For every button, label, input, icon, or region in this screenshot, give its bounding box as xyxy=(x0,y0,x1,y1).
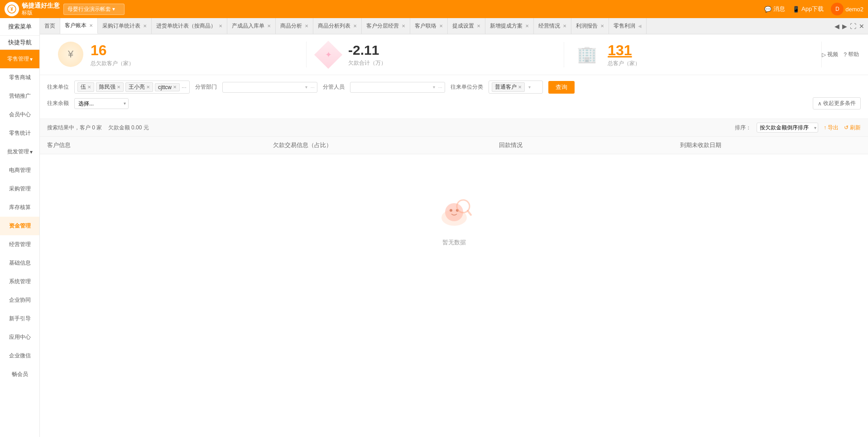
sidebar-item-finance[interactable]: 资金管理 xyxy=(0,217,39,235)
filter-tag-cjttcw[interactable]: cjttcw ✕ xyxy=(155,83,180,91)
sidebar-item-ecommerce[interactable]: 电商管理 xyxy=(0,161,39,180)
refresh-button[interactable]: ↺ 刷新 xyxy=(844,124,861,132)
chevron-up-icon: ∧ xyxy=(818,100,822,107)
sidebar-item-retail-mall[interactable]: 零售商城 xyxy=(0,68,39,87)
tab-prev-button[interactable]: ◀ xyxy=(834,23,839,30)
tab-operations-status[interactable]: 经营情况 ✕ xyxy=(534,18,571,34)
tab-product-inbound[interactable]: 产成品入库单 ✕ xyxy=(227,18,276,34)
filter-tag-wang[interactable]: 王小亮 ✕ xyxy=(125,82,153,92)
sidebar-item-wholesale-mgmt[interactable]: 批发管理 ▾ xyxy=(0,142,39,161)
tab-new-commission[interactable]: 新增提成方案 ✕ xyxy=(485,18,534,34)
sort-select[interactable]: 按欠款金额倒序排序 xyxy=(757,123,818,133)
tab-customer-contact[interactable]: 客户联络 ✕ xyxy=(410,18,448,34)
tab-close-analysis-list[interactable]: ✕ xyxy=(353,24,357,28)
sidebar: 搜索菜单 快捷导航 零售管理 ▾ 零售商城 营销推广 会员中心 零售统计 批发管… xyxy=(0,18,40,437)
tab-close-commission[interactable]: ✕ xyxy=(477,24,480,28)
filter-person-input[interactable] xyxy=(350,82,445,93)
sidebar-item-marketing[interactable]: 营销推广 xyxy=(0,87,39,105)
sidebar-item-vip[interactable]: 畅会员 xyxy=(0,365,39,384)
filter-dept-input[interactable] xyxy=(222,82,317,93)
tab-close-goods[interactable]: ✕ xyxy=(219,24,222,28)
sidebar-search[interactable]: 搜索菜单 xyxy=(0,18,39,36)
sidebar-quick-nav[interactable]: 快捷导航 xyxy=(0,36,39,50)
top-bar: ¥ 畅捷通好生意 标版 母婴行业演示帐套 ▾ 💬 消息 📱 App下载 xyxy=(0,0,868,18)
sidebar-item-new-guide[interactable]: 新手引导 xyxy=(0,309,39,328)
tab-close-customer-accounts[interactable]: ✕ xyxy=(89,23,93,28)
stat-label-total: 总客户（家） xyxy=(608,60,640,67)
tab-close-operations[interactable]: ✕ xyxy=(563,24,566,28)
table-header: 客户信息 欠款交易信息（占比） 回款情况 到期未收款日期 xyxy=(40,137,868,154)
tab-purchase-order-stats[interactable]: 采购订单统计表 ✕ xyxy=(98,18,152,34)
sidebar-item-operations[interactable]: 经营管理 xyxy=(0,235,39,254)
tab-bar-controls: ◀ ▶ ⛶ ✕ xyxy=(831,18,868,34)
stat-total-debt-amount: ✦ -2.11 欠款合计（万） xyxy=(307,42,564,67)
sidebar-item-basic-info[interactable]: 基础信息 xyxy=(0,254,39,272)
tab-close-analysis[interactable]: ✕ xyxy=(305,24,308,28)
message-button[interactable]: 💬 消息 xyxy=(764,5,785,13)
tab-customer-accounts[interactable]: 客户账本 ✕ xyxy=(60,18,98,34)
sidebar-item-retail-management[interactable]: 零售管理 ▾ xyxy=(0,50,39,68)
tab-commission-settings[interactable]: 提成设置 ✕ xyxy=(448,18,485,34)
user-profile[interactable]: D demo2 xyxy=(831,3,863,15)
tab-close-tier[interactable]: ✕ xyxy=(402,24,405,28)
tab-close-purchase[interactable]: ✕ xyxy=(143,24,147,28)
remove-tag-cjttcw[interactable]: ✕ xyxy=(173,85,177,90)
results-bar: 搜索结果中，客户 0 家 欠款金额 0.00 元 排序： 按欠款金额倒序排序 xyxy=(40,119,868,137)
stat-label-debt: 欠款合计（万） xyxy=(348,59,386,67)
main-layout: 搜索菜单 快捷导航 零售管理 ▾ 零售商城 营销推广 会员中心 零售统计 批发管… xyxy=(0,18,868,437)
sidebar-item-enterprise-wechat[interactable]: 企业微信 xyxy=(0,347,39,365)
stat-number-total: 131 xyxy=(608,42,640,59)
sidebar-item-retail-stats[interactable]: 零售统计 xyxy=(0,124,39,142)
tab-product-analysis[interactable]: 商品分析 ✕ xyxy=(276,18,313,34)
tab-close-contact[interactable]: ✕ xyxy=(439,24,443,28)
filter-balance-select[interactable]: 选择... xyxy=(74,98,129,109)
help-link[interactable]: ? 帮助 xyxy=(844,51,859,58)
sidebar-item-system[interactable]: 系统管理 xyxy=(0,272,39,291)
sidebar-item-member-center[interactable]: 会员中心 xyxy=(0,105,39,124)
filter-category-tags[interactable]: 普通客户 ✕ ▾ xyxy=(489,81,543,94)
sidebar-item-purchase[interactable]: 采购管理 xyxy=(0,180,39,198)
filter-row-2: 往来余额 选择... ∧ 收起更多条件 xyxy=(47,97,861,109)
sidebar-item-app-center[interactable]: 应用中心 xyxy=(0,328,39,347)
filter-tag-wu[interactable]: 伍 ✕ xyxy=(77,82,94,92)
tab-goods-purchase-stats[interactable]: 进货单统计表（按商品） ✕ xyxy=(152,18,227,34)
query-button[interactable]: 查询 xyxy=(548,81,575,94)
tab-close-all-button[interactable]: ✕ xyxy=(859,23,864,30)
tab-bar: 首页 客户账本 ✕ 采购订单统计表 ✕ 进货单统计表（按商品） ✕ 产成品入库单… xyxy=(40,18,868,34)
sidebar-item-inventory[interactable]: 库存核算 xyxy=(0,198,39,217)
tab-next-button[interactable]: ▶ xyxy=(842,23,847,30)
stat-icon-total: 🏢 xyxy=(573,42,600,67)
filter-more-tags[interactable]: ··· xyxy=(182,84,187,90)
results-summary: 搜索结果中，客户 0 家 欠款金额 0.00 元 xyxy=(47,124,149,132)
tab-close-new-commission[interactable]: ✕ xyxy=(525,24,529,28)
tab-home[interactable]: 首页 xyxy=(40,18,60,34)
tab-customer-tier[interactable]: 客户分层经营 ✕ xyxy=(362,18,410,34)
account-dropdown[interactable]: 母婴行业演示帐套 ▾ xyxy=(63,4,125,15)
tab-close-retail[interactable]: ◀ xyxy=(638,24,642,28)
filter-person-wrapper: ··· ▾ xyxy=(350,82,445,93)
filter-tag-normal-client[interactable]: 普通客户 ✕ xyxy=(492,82,525,92)
remove-tag-wang[interactable]: ✕ xyxy=(146,85,150,90)
tab-close-profit[interactable]: ✕ xyxy=(600,24,604,28)
filter-tag-chen[interactable]: 陈民强 ✕ xyxy=(96,82,124,92)
collapse-filter-button[interactable]: ∧ 收起更多条件 xyxy=(813,97,861,109)
export-button[interactable]: ↑ 导出 xyxy=(824,124,839,132)
logo-icon: ¥ xyxy=(5,2,19,16)
filter-unit-tags[interactable]: 伍 ✕ 陈民强 ✕ 王小亮 ✕ xyxy=(74,81,190,94)
app-download-button[interactable]: 📱 App下载 xyxy=(792,5,824,13)
tab-product-analysis-list[interactable]: 商品分析列表 ✕ xyxy=(313,18,362,34)
video-link[interactable]: ▷ 视频 xyxy=(822,51,838,58)
filter-label-category: 往来单位分类 xyxy=(451,83,483,91)
sort-select-wrapper: 按欠款金额倒序排序 ▾ xyxy=(757,123,818,133)
stat-actions: ▷ 视频 ? 帮助 xyxy=(822,51,859,58)
tab-fullscreen-button[interactable]: ⛶ xyxy=(850,23,856,30)
tab-profit-report[interactable]: 利润报告 ✕ xyxy=(571,18,609,34)
tab-retail-profit[interactable]: 零售利润 ◀ xyxy=(609,18,647,34)
remove-tag-wu[interactable]: ✕ xyxy=(87,85,91,90)
stat-icon-debt: ✦ xyxy=(316,42,341,67)
sidebar-item-enterprise-collab[interactable]: 企业协同 xyxy=(0,291,39,309)
remove-tag-normal[interactable]: ✕ xyxy=(518,85,522,90)
chevron-down-icon: ▾ xyxy=(30,56,33,62)
tab-close-inbound[interactable]: ✕ xyxy=(267,24,271,28)
remove-tag-chen[interactable]: ✕ xyxy=(117,85,120,90)
